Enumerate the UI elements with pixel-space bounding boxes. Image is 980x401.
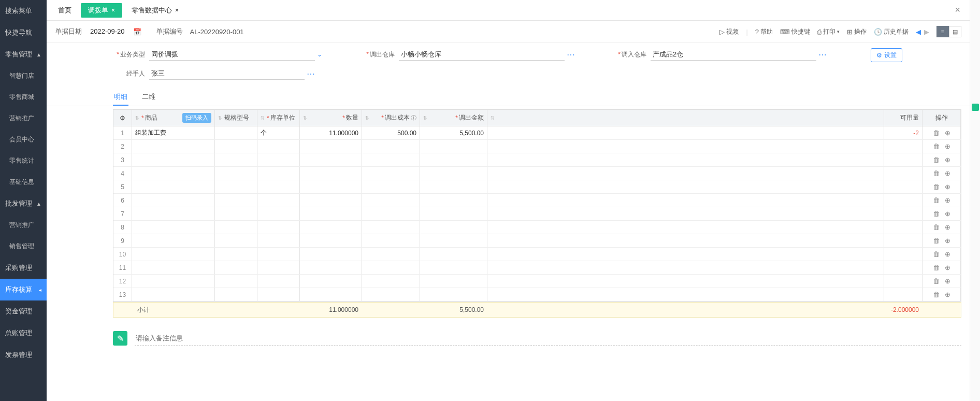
list-view-icon[interactable]: ≡ bbox=[936, 26, 949, 37]
table-row[interactable]: 3🗑⊕ bbox=[113, 153, 961, 167]
cell-product[interactable] bbox=[132, 234, 215, 247]
delete-icon[interactable]: 🗑 bbox=[931, 291, 941, 298]
remark-input[interactable] bbox=[135, 331, 961, 346]
info-icon[interactable]: ⓘ bbox=[411, 114, 416, 122]
sidebar-item[interactable]: 销售管理 bbox=[0, 236, 47, 257]
help-button[interactable]: ?帮助 bbox=[755, 27, 773, 36]
table-row[interactable]: 12🗑⊕ bbox=[113, 275, 961, 288]
out-warehouse-input[interactable] bbox=[399, 48, 565, 61]
cell-product[interactable] bbox=[132, 207, 215, 220]
add-icon[interactable]: ⊕ bbox=[943, 129, 952, 137]
cell-qty[interactable] bbox=[300, 194, 362, 207]
tab-matrix[interactable]: 二维 bbox=[141, 89, 156, 106]
cell-product[interactable] bbox=[132, 221, 215, 234]
delete-icon[interactable]: 🗑 bbox=[931, 237, 941, 245]
sidebar-item[interactable]: 营销推广 bbox=[0, 214, 47, 236]
cell-unit[interactable] bbox=[257, 167, 300, 180]
table-row[interactable]: 6🗑⊕ bbox=[113, 194, 961, 207]
table-row[interactable]: 4🗑⊕ bbox=[113, 167, 961, 180]
cell-spec[interactable] bbox=[215, 207, 257, 220]
cell-amount[interactable] bbox=[420, 221, 487, 234]
cell-spec[interactable] bbox=[215, 221, 257, 234]
delete-icon[interactable]: 🗑 bbox=[931, 169, 941, 177]
tab[interactable]: 调拨单× bbox=[81, 3, 122, 18]
tab-detail[interactable]: 明细 bbox=[113, 89, 128, 106]
card-view-icon[interactable]: ▤ bbox=[949, 26, 961, 37]
sidebar-item[interactable]: 库存核算◂ bbox=[0, 279, 47, 300]
sidebar-item[interactable]: 智慧门店 bbox=[0, 65, 47, 87]
cell-cost[interactable] bbox=[362, 261, 420, 274]
cell-amount[interactable] bbox=[420, 207, 487, 220]
cell-qty[interactable]: 11.000000 bbox=[300, 126, 362, 139]
sidebar-item[interactable]: 总账管理 bbox=[0, 322, 47, 344]
cell-qty[interactable] bbox=[300, 248, 362, 261]
cell-spec[interactable] bbox=[215, 180, 257, 193]
cell-amount[interactable] bbox=[420, 234, 487, 247]
sidebar-item[interactable]: 营销推广 bbox=[0, 108, 47, 129]
sort-icon[interactable]: ⇅ bbox=[423, 116, 427, 121]
video-button[interactable]: ▷视频 bbox=[719, 27, 739, 36]
table-row[interactable]: 9🗑⊕ bbox=[113, 234, 961, 248]
add-icon[interactable]: ⊕ bbox=[943, 210, 952, 218]
cell-cost[interactable] bbox=[362, 194, 420, 207]
cell-unit[interactable] bbox=[257, 261, 300, 274]
add-icon[interactable]: ⊕ bbox=[943, 169, 952, 177]
tab[interactable]: 首页 bbox=[51, 3, 79, 18]
cell-qty[interactable] bbox=[300, 288, 362, 301]
cell-cost[interactable] bbox=[362, 234, 420, 247]
cell-qty[interactable] bbox=[300, 180, 362, 193]
sidebar-item[interactable]: 零售商城 bbox=[0, 87, 47, 108]
cell-spec[interactable] bbox=[215, 140, 257, 153]
table-row[interactable]: 1组装加工费个11.000000500.005,500.00-2🗑⊕ bbox=[113, 126, 961, 140]
more-icon[interactable]: ⋯ bbox=[307, 69, 314, 79]
cell-cost[interactable] bbox=[362, 180, 420, 193]
tab[interactable]: 零售数据中心× bbox=[124, 3, 186, 18]
close-page-icon[interactable]: × bbox=[949, 5, 965, 16]
more-icon[interactable]: ⋯ bbox=[567, 50, 574, 60]
col-product[interactable]: ⇅*商品扫码录入 bbox=[132, 110, 215, 126]
cell-qty[interactable] bbox=[300, 153, 362, 166]
calendar-icon[interactable]: 📅 bbox=[133, 28, 141, 36]
close-icon[interactable]: × bbox=[175, 3, 179, 18]
cell-amount[interactable] bbox=[420, 194, 487, 207]
cell-unit[interactable] bbox=[257, 194, 300, 207]
delete-icon[interactable]: 🗑 bbox=[931, 156, 941, 164]
biztype-input[interactable] bbox=[149, 48, 315, 61]
cell-cost[interactable] bbox=[362, 248, 420, 261]
close-icon[interactable]: × bbox=[111, 3, 115, 18]
history-button[interactable]: 🕓历史单据 bbox=[874, 27, 909, 36]
prev-doc-icon[interactable]: ◀ bbox=[916, 28, 921, 36]
col-gear[interactable]: ⚙ bbox=[113, 110, 132, 126]
cell-qty[interactable] bbox=[300, 167, 362, 180]
cell-product[interactable] bbox=[132, 248, 215, 261]
cell-product[interactable] bbox=[132, 167, 215, 180]
table-row[interactable]: 7🗑⊕ bbox=[113, 207, 961, 221]
col-spec[interactable]: ⇅规格型号 bbox=[215, 110, 257, 126]
scan-button[interactable]: 扫码录入 bbox=[182, 113, 211, 123]
cell-spec[interactable] bbox=[215, 194, 257, 207]
add-icon[interactable]: ⊕ bbox=[943, 196, 952, 204]
delete-icon[interactable]: 🗑 bbox=[931, 223, 941, 231]
cell-spec[interactable] bbox=[215, 167, 257, 180]
cell-unit[interactable] bbox=[257, 180, 300, 193]
delete-icon[interactable]: 🗑 bbox=[931, 183, 941, 191]
handler-input[interactable] bbox=[149, 67, 305, 80]
shortcut-button[interactable]: ⌨快捷键 bbox=[780, 27, 810, 36]
cell-unit[interactable] bbox=[257, 153, 300, 166]
in-warehouse-input[interactable] bbox=[651, 48, 816, 61]
cell-cost[interactable] bbox=[362, 288, 420, 301]
delete-icon[interactable]: 🗑 bbox=[931, 264, 941, 271]
sidebar-item[interactable]: 零售管理▲ bbox=[0, 44, 47, 65]
sort-icon[interactable]: ⇅ bbox=[491, 116, 495, 121]
cell-unit[interactable] bbox=[257, 288, 300, 301]
col-unit[interactable]: ⇅*库存单位 bbox=[257, 110, 300, 126]
sort-icon[interactable]: ⇅ bbox=[218, 116, 222, 121]
sidebar-item[interactable]: 会员中心 bbox=[0, 129, 47, 150]
cell-amount[interactable] bbox=[420, 288, 487, 301]
cell-qty[interactable] bbox=[300, 234, 362, 247]
add-icon[interactable]: ⊕ bbox=[943, 156, 952, 164]
cell-product[interactable]: 组装加工费 bbox=[132, 126, 215, 139]
sidebar-item[interactable]: 发票管理 bbox=[0, 344, 47, 366]
delete-icon[interactable]: 🗑 bbox=[931, 196, 941, 204]
doc-date-value[interactable]: 2022-09-20 bbox=[87, 26, 128, 37]
